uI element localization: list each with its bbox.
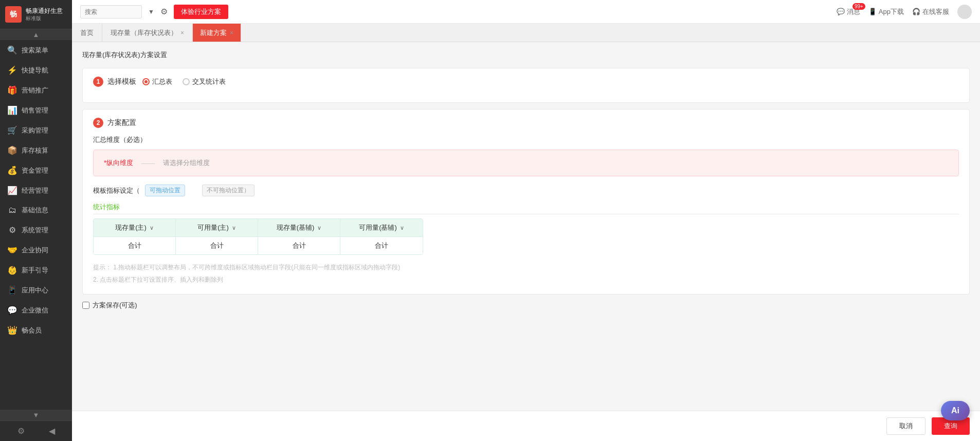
stats-col-arrow-0: ∨ [150,225,154,231]
stats-header-row: 现存量(主) ∨ 可用量(主) ∨ 现存量(基辅) ∨ 可用量(基辅) ∨ [94,219,423,236]
section1-header: 1 选择模板 汇总表 交叉统计表 [93,77,959,87]
stats-cell-1: 合计 [176,237,258,254]
sidebar-label-basic: 基础信息 [22,206,48,215]
sidebar-item-marketing[interactable]: 🎁 营销推广 [0,80,72,100]
collapse-icon[interactable]: ◀ [49,426,55,436]
sidebar-item-business[interactable]: 📈 经营管理 [0,180,72,200]
sidebar-item-quick-nav[interactable]: ⚡ 快捷导航 [0,60,72,80]
sidebar-logo: 畅 畅康通好生意 标准版 [0,0,72,29]
stats-col-label-2: 现存量(基辅) [277,223,315,232]
sidebar-icon-finance: 💰 [7,166,17,175]
sidebar-label-search: 搜索菜单 [22,46,48,55]
app-version: 标准版 [26,15,63,22]
sidebar-item-search[interactable]: 🔍 搜索菜单 [0,40,72,60]
tab-new-scheme[interactable]: 新建方案 × [193,24,241,42]
service-label: 在线客服 [922,7,949,16]
sidebar-scroll-up[interactable]: ▲ [0,29,72,40]
tab-inventory[interactable]: 现存量（库存状况表） × [102,24,193,42]
message-icon: 💬 [837,8,845,15]
sidebar-label-finance: 资金管理 [22,166,48,175]
section1-title: 选择模板 [107,77,136,86]
stats-container: 统计指标 现存量(主) ∨ 可用量(主) ∨ 现存量(基辅) ∨ 可用量(基辅)… [93,203,959,255]
sidebar-item-finance[interactable]: 💰 资金管理 [0,160,72,180]
industry-btn[interactable]: 体验行业方案 [174,5,228,19]
sidebar-scroll-down[interactable]: ▼ [0,410,72,420]
sidebar-bottom: ⚙ ◀ [0,420,72,441]
stats-col-2[interactable]: 现存量(基辅) ∨ [258,219,340,236]
settings-bottom-icon[interactable]: ⚙ [17,426,25,436]
stats-title: 统计指标 [93,203,959,214]
section2-header: 2 方案配置 [93,118,959,128]
stats-col-0[interactable]: 现存量(主) ∨ [94,219,176,236]
scheme-save-checkbox[interactable] [82,302,89,309]
footer: 取消 查询 [72,411,980,441]
scheme-save-label: 方案保存(可选) [93,301,137,310]
section2-number: 2 [93,118,103,128]
app-download-btn[interactable]: 📱 App下载 [868,7,904,16]
stats-cell-2: 合计 [258,237,340,254]
sidebar-item-cooperation[interactable]: 🤝 企业协同 [0,240,72,260]
tab-home[interactable]: 首页 [72,24,102,42]
sidebar-label-business: 经营管理 [22,186,48,195]
service-btn[interactable]: 🎧 在线客服 [912,7,949,16]
sidebar-icon-newbie: 👶 [7,265,17,275]
sidebar-item-basic[interactable]: 🗂 基础信息 [0,200,72,220]
search-input[interactable] [80,5,142,19]
radio-summary-dot [142,78,150,85]
template-options: 汇总表 交叉统计表 [142,77,226,86]
sidebar-item-member[interactable]: 👑 畅会员 [0,320,72,340]
tab-inventory-close[interactable]: × [180,29,184,36]
user-avatar[interactable] [957,5,972,19]
dropdown-icon[interactable]: ▼ [148,8,154,15]
stats-cell-0: 合计 [94,237,176,254]
tip-1: 提示： 1.拖动标题栏可以调整布局，不可跨维度或指标区域拖动栏目字段(只能在同一… [93,261,959,273]
sidebar-icon-search: 🔍 [7,45,17,55]
app-name: 畅康通好生意 [26,7,63,15]
tab-new-scheme-label: 新建方案 [200,28,227,38]
sidebar-item-wechat[interactable]: 💬 企业微信 [0,300,72,320]
gear-icon[interactable]: ⚙ [160,7,168,16]
sidebar-icon-system: ⚙ [7,225,17,235]
sidebar-icon-inventory: 📦 [7,145,17,155]
sidebar-item-sales[interactable]: 📊 销售管理 [0,100,72,120]
stats-col-3[interactable]: 可用量(基辅) ∨ [340,219,423,236]
page-title: 现存量(库存状况表)方案设置 [82,50,970,60]
section1-number: 1 [93,77,103,87]
dimension-placeholder: 请选择分组维度 [163,158,210,168]
stats-col-label-1: 可用量(主) [197,223,229,232]
app-name-block: 畅康通好生意 标准版 [26,7,63,23]
sidebar-label-member: 畅会员 [22,326,42,335]
radio-summary[interactable]: 汇总表 [142,77,172,86]
tab-home-label: 首页 [80,28,94,38]
topbar: ▼ ⚙ 体验行业方案 💬 消息 99+ 📱 App下载 🎧 在线客服 [72,0,980,24]
dimension-required-area[interactable]: *纵向维度 —— 请选择分组维度 [93,150,959,176]
sidebar-item-appstore[interactable]: 📱 应用中心 [0,280,72,300]
sidebar-icon-wechat: 💬 [7,305,17,315]
stats-col-1[interactable]: 可用量(主) ∨ [176,219,258,236]
section2-title: 方案配置 [107,118,136,127]
sidebar-item-purchase[interactable]: 🛒 采购管理 [0,120,72,140]
ai-float-button[interactable]: Ai [941,401,970,420]
sidebar-icon-marketing: 🎁 [7,85,17,95]
tab-new-scheme-close[interactable]: × [230,29,233,36]
section-config: 2 方案配置 汇总维度（必选） *纵向维度 —— 请选择分组维度 模板指标设定（… [82,109,970,295]
sidebar-label-marketing: 营销推广 [22,86,48,95]
cancel-button[interactable]: 取消 [886,417,925,435]
radio-cross[interactable]: 交叉统计表 [183,77,226,86]
sidebar-item-system[interactable]: ⚙ 系统管理 [0,220,72,240]
scheme-save: 方案保存(可选) [82,301,970,310]
sidebar-label-sales: 销售管理 [22,106,48,115]
sidebar-item-inventory[interactable]: 📦 库存核算 [0,140,72,160]
sidebar-label-wechat: 企业微信 [22,306,48,315]
sidebar-icon-appstore: 📱 [7,285,17,295]
sidebar-label-cooperation: 企业协同 [22,246,48,255]
message-btn[interactable]: 💬 消息 99+ [837,7,860,16]
sidebar-item-newbie[interactable]: 👶 新手引导 [0,260,72,280]
stats-col-label-3: 可用量(基辅) [359,223,397,232]
sidebar-label-appstore: 应用中心 [22,286,48,295]
sidebar-icon-member: 👑 [7,325,17,335]
app-logo-icon: 畅 [5,6,22,23]
tabbar: 首页 现存量（库存状况表） × 新建方案 × [72,24,980,42]
sidebar-label-newbie: 新手引导 [22,266,48,275]
sidebar-icon-sales: 📊 [7,105,17,115]
